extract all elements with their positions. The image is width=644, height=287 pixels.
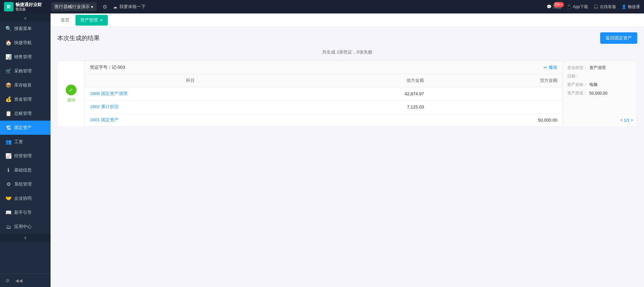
detail-pagination: < 1/1 > [567,118,633,123]
user-label: 畅捷通 [628,4,640,10]
next-page-icon[interactable]: > [631,118,633,123]
search-icon: 🔍 [5,26,11,32]
tab-home-label: 首页 [61,17,69,23]
sidebar-label-search: 搜索菜单 [14,26,32,32]
voucher-container: ✓ 成功 凭证字号：记-003 ✏ 修改 [57,61,637,127]
sidebar-item-purchase[interactable]: 🛒 采购管理 [0,64,51,78]
settings-icon[interactable]: ⚙ [100,2,110,11]
system-icon: ⚙ [5,181,11,187]
purchase-icon: 🛒 [5,68,11,74]
sidebar-label-apps: 应用中心 [14,224,32,230]
sidebar-label-system: 系统管理 [14,181,32,187]
guide-icon: 📖 [5,210,11,216]
subject-1602: 1602 累计折旧 [85,100,296,114]
voucher-header: 凭证字号：记-003 ✏ 修改 [85,61,563,74]
edit-label: 修改 [549,64,557,70]
logo-title: 畅捷通好业财 [16,2,42,7]
logo-icon: 财 [4,2,13,11]
basic-info-icon: ℹ [5,167,11,173]
sidebar-item-apps[interactable]: 🗂 应用中心 [0,220,51,234]
sidebar-label-fixed-assets: 固定资产 [14,125,32,131]
change-type-label: 变动类型： [567,65,587,71]
subject-1606: 1606 固定资产清理 [85,87,296,100]
result-header: 本次生成的结果 返回固定资产 [57,32,637,44]
topbar-right: 💬 消息 99++ 📱 App下载 🎧 在线客服 👤 畅捷通 [547,4,640,10]
detail-change-type: 变动类型： 资产清理 [567,65,633,71]
voucher-table: 科目 借方金额 贷方金额 1606 固定资产清理 42,874.97 [85,74,563,127]
sidebar-label-quicknav: 快捷导航 [14,40,32,46]
sidebar-label-inventory: 库存核算 [14,82,32,88]
collapse-icon[interactable]: ◀◀ [15,278,23,283]
payroll-icon: 👥 [5,139,11,145]
headset-icon: 🎧 [593,4,599,9]
sidebar-item-sales[interactable]: 📊 销售管理 [0,50,51,64]
credit-1601: 50,000.00 [429,114,563,127]
experience-label: 我要体验一下 [119,4,146,10]
sidebar-scroll-up[interactable]: ▲ [0,13,51,22]
company-name: 医疗器械行业演示 [55,4,90,10]
voucher-main: 凭证字号：记-003 ✏ 修改 科目 借方金额 贷方金额 [85,61,563,127]
user-icon: 👤 [621,4,626,9]
inventory-icon: 📦 [5,82,11,88]
company-selector[interactable]: 医疗器械行业演示 ▾ [51,2,97,11]
sidebar-item-fixed-assets[interactable]: 🏗 固定资产 [0,121,51,135]
result-summary: 共生成 1张凭证，0张失败 [57,49,637,55]
table-row: 1606 固定资产清理 42,874.97 [85,87,563,100]
change-type-value: 资产清理 [589,65,606,71]
return-button[interactable]: 返回固定资产 [600,32,637,44]
edit-icon: ✏ [544,65,547,70]
topbar: 财 畅捷通好业财 普及版 医疗器械行业演示 ▾ ⚙ ☁ 我要体验一下 💬 消息 … [0,0,644,13]
col-subject: 科目 [85,74,296,87]
subject-1601: 1601 固定资产 [85,114,296,127]
tab-asset-management[interactable]: 资产管理 ✕ [75,15,108,26]
credit-1602 [429,100,563,114]
pagination-info: 1/1 [624,118,631,123]
main-layout: ▲ 🔍 搜索菜单 🏠 快捷导航 📊 销售管理 🛒 采购管理 📦 库存核算 💰 资… [0,13,644,287]
app-download-button[interactable]: 📱 App下载 [566,4,588,10]
sidebar-item-system[interactable]: ⚙ 系统管理 [0,177,51,191]
date-label: 日期： [567,73,587,79]
user-profile-button[interactable]: 👤 畅捷通 [621,4,640,10]
edit-button[interactable]: ✏ 修改 [544,64,557,70]
page-title: 本次生成的结果 [57,34,100,42]
sales-icon: 📊 [5,54,11,60]
sidebar-item-basic-info[interactable]: ℹ 基础信息 [0,163,51,177]
sidebar-item-quicknav[interactable]: 🏠 快捷导航 [0,36,51,50]
settings-bottom-icon[interactable]: ⚙ [5,278,10,283]
experience-button[interactable]: ☁ 我要体验一下 [113,4,146,10]
sidebar-item-inventory[interactable]: 📦 库存核算 [0,78,51,92]
tab-home[interactable]: 首页 [56,15,74,26]
sidebar-item-finance[interactable]: 💰 资金管理 [0,92,51,106]
online-support-label: 在线客服 [600,4,616,10]
tab-asset-label: 资产管理 [80,17,98,23]
sidebar-scroll-down[interactable]: ▼ [0,234,51,242]
sidebar-item-operations[interactable]: 📈 经营管理 [0,149,51,163]
table-row: 1602 累计折旧 7,125.03 [85,100,563,114]
asset-value-value: 50,000.00 [589,91,607,96]
credit-1606 [429,87,563,100]
ledger-icon: 📋 [5,110,11,117]
messages-button[interactable]: 💬 消息 99++ [547,4,561,10]
detail-asset-value: 资产原值： 50,000.00 [567,90,633,96]
sidebar-item-guide[interactable]: 📖 新手引导 [0,205,51,220]
phone-icon: 📱 [566,4,572,9]
asset-name-label: 资产名称： [567,82,587,88]
cloud-icon: ☁ [113,4,117,9]
operations-icon: 📈 [5,153,11,159]
voucher-id: 凭证字号：记-003 [90,64,125,70]
table-row: 1601 固定资产 50,000.00 [85,114,563,127]
chevron-down-icon: ▾ [91,4,93,9]
sidebar-item-payroll[interactable]: 👥 工资 [0,135,51,149]
sidebar: ▲ 🔍 搜索菜单 🏠 快捷导航 📊 销售管理 🛒 采购管理 📦 库存核算 💰 资… [0,13,51,287]
voucher-detail-panel: 变动类型： 资产清理 日期： 资产名称： 电脑 资产原值： 50,000.00 [563,61,637,127]
sidebar-item-collab[interactable]: 🤝 企业协同 [0,191,51,205]
sidebar-item-search[interactable]: 🔍 搜索菜单 [0,22,51,36]
prev-page-icon[interactable]: < [620,118,623,123]
success-circle-icon: ✓ [66,85,76,95]
sidebar-label-operations: 经营管理 [14,153,32,159]
sidebar-item-ledger[interactable]: 📋 总账管理 [0,106,51,121]
online-support-button[interactable]: 🎧 在线客服 [593,4,616,10]
tab-close-icon[interactable]: ✕ [100,18,103,22]
collab-icon: 🤝 [5,195,11,201]
logo-sub: 普及版 [16,7,42,11]
